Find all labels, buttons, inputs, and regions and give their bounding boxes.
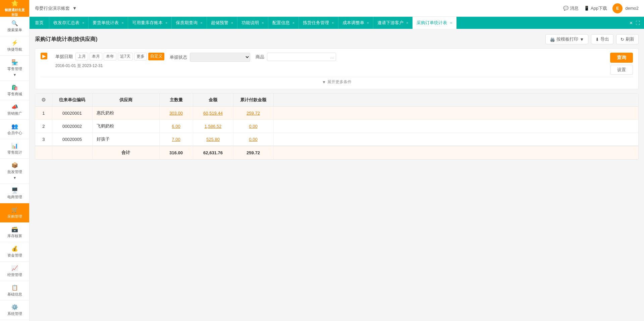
sidebar-item-purchase[interactable]: 🛒采购管理 [0,203,29,223]
sidebar-icon-quicknav: ⚡ [11,40,18,46]
nav-tab-close-purchase_summary[interactable]: × [450,21,452,25]
user-avatar[interactable]: E [612,3,623,13]
nav-tabs-actions: ✕ ⛶ [625,20,644,25]
sidebar-icon-retail: 🏪 [11,59,18,65]
sidebar-icon-inventory: 🗃️ [11,226,18,232]
sidebar-item-marketing[interactable]: 📣营销推广 [0,100,29,120]
date-shortcut-more[interactable]: 更多 [134,53,147,60]
nav-tab-close-warranty_query[interactable]: × [200,21,202,25]
sidebar-item-search[interactable]: 🔍搜索菜单 [0,17,29,36]
cell-amount-2[interactable]: 525.80 [193,133,233,146]
status-select[interactable]: 待审核 已审核 已关闭 [190,53,250,62]
nav-tab-label-receive_summary: 收发存汇总表 [53,20,79,26]
sidebar-item-wholesale[interactable]: 📦批发管理▾ [0,159,29,184]
cell-qty-1[interactable]: 6.00 [159,120,193,133]
sidebar-label-search: 搜索菜单 [7,28,22,33]
message-label: 消息 [570,5,579,11]
nav-tab-overstock_alert[interactable]: 超储预警× [207,17,237,29]
date-shortcut-last-month[interactable]: 上月 [75,53,88,60]
sidebar-item-inventory[interactable]: 🗃️库存核算 [0,223,29,242]
workspace-dropdown-icon[interactable]: ▼ [72,6,77,11]
date-custom-badge[interactable]: 自定义 [148,53,164,60]
nav-tab-close-receive_summary[interactable]: × [82,21,84,25]
nav-tab-close-pick_task[interactable]: × [332,21,334,25]
nav-tab-func_desc[interactable]: 功能说明× [237,17,268,29]
arrow-icon: ▾ [14,72,16,77]
sidebar-item-finance[interactable]: 💰资金管理 [0,242,29,262]
cell-paid-2[interactable]: 0.00 [233,133,273,146]
sidebar-label-finance: 资金管理 [7,253,22,258]
sidebar-item-retail[interactable]: 🏪零售管理▾ [0,56,29,81]
sidebar-item-retail_stat[interactable]: 📊零售统计 [0,139,29,159]
nav-tab-label-invite_downstream: 邀请下游客户 [377,20,404,26]
sidebar-item-quicknav[interactable]: ⚡快捷导航 [0,36,29,56]
sidebar-icon-marketing: 📣 [11,104,18,110]
cell-supplier-2: 好孩子 [92,133,159,146]
sidebar-label-retail: 零售管理 [7,66,22,71]
nav-tab-cost_adjust[interactable]: 成本调整单× [338,17,373,29]
nav-tab-home[interactable]: 首页 [30,17,49,29]
cell-extra-0 [273,107,638,120]
sidebar-item-system[interactable]: ⚙️系统管理 [0,301,29,320]
sidebar-label-operations: 经营管理 [7,272,22,277]
summary-label: 合计 [92,146,159,159]
app-download-btn[interactable]: 📱 App下载 [584,5,607,11]
filter-top-row: ▶ 单据日期 上月 本月 本年 近7天 更多 自定义 [41,53,633,75]
date-shortcut-7days[interactable]: 近7天 [118,53,133,60]
sidebar-item-member[interactable]: 👥会员中心 [0,120,29,139]
sidebar-icon-system: ⚙️ [11,304,18,310]
cell-amount-0[interactable]: 60,519.44 [193,107,233,120]
refresh-button[interactable]: ↻ 刷新 [616,34,639,44]
nav-tab-label-warranty_query: 保质期查询 [176,20,198,26]
sidebar-item-ecom[interactable]: 🖥️电商管理 [0,184,29,203]
date-shortcut-this-month[interactable]: 本月 [90,53,102,60]
nav-tab-stock_account[interactable]: 可用量库存账本× [128,17,172,29]
nav-tab-close-stock_account[interactable]: × [165,21,167,25]
nav-tab-pick_task[interactable]: 拣货任务管理× [299,17,338,29]
col-header-code: 往来单位编码 [52,94,92,107]
expand-toggle-button[interactable]: ▶ [41,53,47,59]
nav-tab-close-config_info[interactable]: × [292,21,294,25]
goods-input[interactable] [267,53,336,61]
message-btn[interactable]: 💬 消息 [563,5,579,11]
nav-tab-close-cost_adjust[interactable]: × [367,21,369,25]
nav-tab-close-overstock_alert[interactable]: × [231,21,233,25]
nav-tab-label-stock_account: 可用量库存账本 [132,20,163,26]
search-button[interactable]: 查询 [610,53,633,63]
nav-tab-config_info[interactable]: 配置信息× [268,17,299,29]
col-header-supplier: 供应商 [92,94,159,107]
filter-actions: 查询 设置 [610,53,633,75]
expand-more-row[interactable]: ▼ 展开更多条件 [41,77,633,85]
nav-tab-warranty_query[interactable]: 保质期查询× [172,17,207,29]
export-button[interactable]: ⬇ 导出 [591,34,613,44]
nav-tab-invite_downstream[interactable]: 邀请下游客户× [373,17,413,29]
cell-qty-2[interactable]: 7.00 [159,133,193,146]
cell-qty-0[interactable]: 303.00 [159,107,193,120]
goods-dots-button[interactable]: … [330,55,334,59]
sidebar-icon-operations: 📈 [11,265,18,271]
fullscreen-icon[interactable]: ⛶ [636,20,640,25]
nav-tab-receive_summary[interactable]: 收发存汇总表× [49,17,89,29]
settings-button[interactable]: 设置 [610,65,633,75]
cell-no-1: 2 [35,120,52,133]
user-section: E demo2 [612,3,639,13]
nav-tab-close-invite_downstream[interactable]: × [406,21,408,25]
summary-extra [273,146,638,159]
message-icon: 💬 [563,6,569,11]
nav-tab-close-func_desc[interactable]: × [262,21,264,25]
gear-icon[interactable]: ⚙ [41,97,46,103]
date-shortcut-this-year[interactable]: 本年 [104,53,116,60]
nav-tab-goods_summary[interactable]: 要货单统计表× [89,17,128,29]
sidebar-item-basics[interactable]: 📋基础信息 [0,281,29,301]
summary-empty-code [52,146,92,159]
close-all-icon[interactable]: ✕ [629,20,633,25]
filter-panel: ▶ 单据日期 上月 本月 本年 近7天 更多 自定义 [35,48,639,89]
sidebar-item-retail_mall[interactable]: 🛍️零售商城 [0,81,29,100]
nav-tab-close-goods_summary[interactable]: × [121,21,123,25]
template-print-button[interactable]: 🖨️ 按模板打印 ▼ [545,34,588,44]
cell-paid-1[interactable]: 0.00 [233,120,273,133]
nav-tab-purchase_summary[interactable]: 采购订单统计表× [413,17,456,29]
sidebar-item-operations[interactable]: 📈经营管理 [0,262,29,281]
cell-paid-0[interactable]: 259.72 [233,107,273,120]
cell-amount-1[interactable]: 1,586.52 [193,120,233,133]
